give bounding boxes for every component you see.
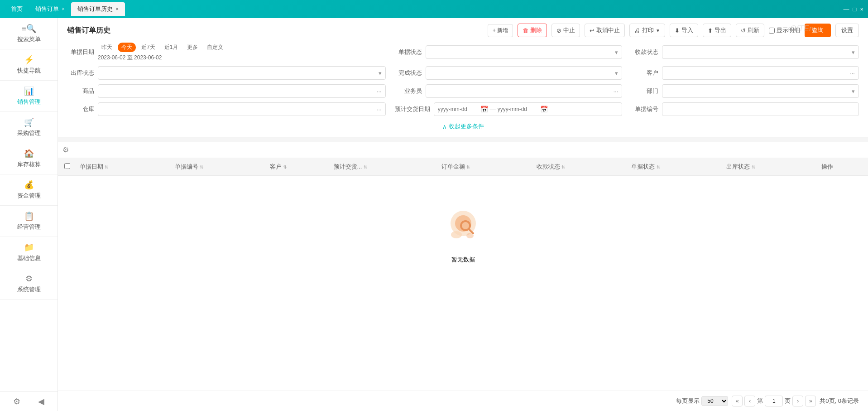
date-chip-yesterday[interactable]: 昨天	[98, 43, 116, 52]
order-status-select[interactable]: ▾	[426, 45, 623, 59]
goods-input[interactable]: ···	[98, 84, 386, 98]
sort-expected-date-icon[interactable]: ⇅	[364, 164, 367, 169]
table-settings-icon[interactable]: ⚙	[62, 145, 69, 154]
th-pay-status-label: 收款状态	[537, 163, 560, 170]
date-chip-7days[interactable]: 近7天	[138, 43, 159, 52]
import-btn[interactable]: ⬇ 导入	[670, 24, 698, 37]
date-chip-more[interactable]: 更多	[183, 43, 201, 52]
date-chip-today[interactable]: 今天	[118, 43, 136, 52]
window-max-btn[interactable]: □	[853, 6, 857, 13]
expected-date-start[interactable]: 📅 — 📅	[434, 102, 623, 116]
sidebar-item-basic-info[interactable]: 📁 基础信息	[0, 237, 58, 268]
basic-info-icon: 📁	[24, 242, 34, 252]
sort-pay-status-icon[interactable]: ⇅	[561, 164, 565, 169]
data-table: 单据日期 ⇅ 单据编号 ⇅ 客户 ⇅ 预计交货...	[58, 158, 868, 176]
main-layout: ≡🔍 搜索菜单 ⚡ 快捷导航 📊 销售管理 🛒 采购管理 🏠 库存核算 💰 资金…	[0, 18, 868, 411]
sidebar-item-search-menu[interactable]: ≡🔍 搜索菜单	[0, 18, 58, 49]
dept-label: 部门	[631, 87, 658, 95]
tab-home[interactable]: 首页	[5, 2, 29, 16]
date-chip-custom[interactable]: 自定义	[203, 43, 227, 52]
empty-state: 暂无数据	[58, 176, 868, 291]
first-page-btn[interactable]: «	[732, 396, 743, 406]
dept-select[interactable]: ▾	[662, 84, 859, 98]
page-number-input[interactable]	[765, 396, 783, 406]
sort-order-status-icon[interactable]: ⇅	[657, 164, 660, 169]
sidebar-item-ops-mgmt[interactable]: 📋 经营管理	[0, 206, 58, 237]
filter-dept-item: 部门 ▾	[631, 84, 859, 98]
export-btn[interactable]: ⬆ 导出	[703, 24, 731, 37]
sort-date-icon[interactable]: ⇅	[105, 164, 108, 169]
print-icon: 🖨	[634, 27, 640, 34]
th-out-stock-status: 出库状态 ⇅	[723, 158, 818, 176]
top-bar-controls: — □ ×	[844, 6, 863, 13]
collapse-up-icon: ∧	[442, 123, 447, 130]
sort-amount-icon[interactable]: ⇅	[466, 164, 470, 169]
date-range-text: 2023-06-02 至 2023-06-02	[98, 54, 386, 62]
refresh-btn[interactable]: ↺ 刷新	[736, 24, 764, 37]
th-no: 单据编号 ⇅	[171, 158, 266, 176]
sidebar-item-ops-mgmt-label: 经营管理	[17, 223, 41, 231]
cancel-stop-btn[interactable]: ↩ 取消中止	[585, 24, 625, 37]
sidebar-item-purchase-mgmt-label: 采购管理	[17, 129, 41, 137]
expected-date-start-input[interactable]	[438, 106, 479, 112]
display-detail-text: 显示明细	[777, 26, 800, 34]
stop-btn[interactable]: ⊘ 中止	[551, 24, 580, 37]
sort-no-icon[interactable]: ⇅	[200, 164, 203, 169]
order-no-label: 单据编号	[631, 105, 658, 113]
sort-out-stock-status-icon[interactable]: ⇅	[752, 164, 755, 169]
sort-customer-icon[interactable]: ⇅	[283, 164, 287, 169]
print-btn[interactable]: 🖨 打印 ▼	[629, 24, 665, 37]
new-btn[interactable]: + 新增	[488, 24, 513, 37]
collapse-row[interactable]: ∧ 收起更多条件	[67, 121, 859, 134]
tab-sales-order-history-close[interactable]: ×	[115, 6, 119, 12]
customer-label: 客户	[631, 69, 658, 77]
tab-sales-order[interactable]: 销售订单 ×	[29, 2, 71, 16]
customer-input[interactable]: ···	[662, 66, 859, 80]
sidebar-item-quick-nav[interactable]: ⚡ 快捷导航	[0, 49, 58, 81]
filter-warehouse-item: 仓库 ···	[67, 102, 386, 116]
sidebar: ≡🔍 搜索菜单 ⚡ 快捷导航 📊 销售管理 🛒 采购管理 🏠 库存核算 💰 资金…	[0, 18, 58, 411]
warehouse-input[interactable]: ···	[98, 102, 386, 116]
page-size-dropdown[interactable]: 50 100 200	[701, 396, 728, 406]
sales-person-input[interactable]: ···	[426, 84, 623, 98]
pay-status-select[interactable]: ▾	[662, 45, 859, 59]
delete-btn[interactable]: 🗑 删除	[518, 24, 547, 37]
delete-btn-label: 删除	[530, 26, 542, 34]
out-stock-select[interactable]: ▾	[98, 66, 386, 80]
sidebar-item-system-mgmt-label: 系统管理	[17, 285, 41, 294]
prev-page-btn[interactable]: ‹	[744, 396, 755, 406]
next-page-btn[interactable]: ›	[792, 396, 803, 406]
stop-icon: ⊘	[556, 27, 561, 34]
sidebar-item-finance-mgmt[interactable]: 💰 资金管理	[0, 174, 58, 206]
sidebar-item-system-mgmt[interactable]: ⚙ 系统管理	[0, 268, 58, 300]
window-close-btn[interactable]: ×	[860, 6, 863, 13]
sidebar-item-inventory-check[interactable]: 🏠 库存核算	[0, 143, 58, 174]
tab-sales-order-close[interactable]: ×	[62, 6, 65, 12]
tab-sales-order-history-label: 销售订单历史	[77, 5, 113, 13]
query-btn[interactable]: 查询	[805, 24, 831, 37]
setting-btn[interactable]: 设置	[835, 24, 859, 37]
page-title-row: 销售订单历史 + 新增 🗑 删除 ⊘ 中止 ↩ 取消中止	[67, 24, 859, 37]
sidebar-item-sales-mgmt[interactable]: 📊 销售管理	[0, 81, 58, 112]
sidebar-item-purchase-mgmt[interactable]: 🛒 采购管理	[0, 112, 58, 143]
cancel-stop-icon: ↩	[590, 27, 595, 34]
tab-home-label: 首页	[11, 5, 23, 13]
calendar-end-icon: 📅	[540, 106, 548, 113]
filter-order-no-item: 单据编号	[631, 102, 859, 116]
sidebar-collapse-icon[interactable]: ◀	[38, 396, 44, 406]
th-checkbox	[58, 158, 76, 176]
date-chip-1month[interactable]: 近1月	[161, 43, 182, 52]
last-page-btn[interactable]: »	[805, 396, 816, 406]
sidebar-item-finance-mgmt-label: 资金管理	[17, 192, 41, 200]
complete-status-select[interactable]: ▾	[426, 66, 623, 80]
th-amount-label: 订单金额	[441, 163, 465, 170]
order-no-input[interactable]	[662, 102, 859, 116]
select-all-checkbox[interactable]	[64, 163, 70, 169]
display-detail-checkbox[interactable]	[769, 28, 775, 34]
expected-date-end-input[interactable]	[498, 106, 538, 112]
page-prefix: 第	[757, 397, 763, 405]
tab-sales-order-history[interactable]: 销售订单历史 ×	[71, 2, 125, 16]
sidebar-settings-icon[interactable]: ⚙	[13, 396, 20, 406]
th-amount: 订单金额 ⇅	[438, 158, 533, 176]
window-min-btn[interactable]: —	[844, 6, 849, 13]
